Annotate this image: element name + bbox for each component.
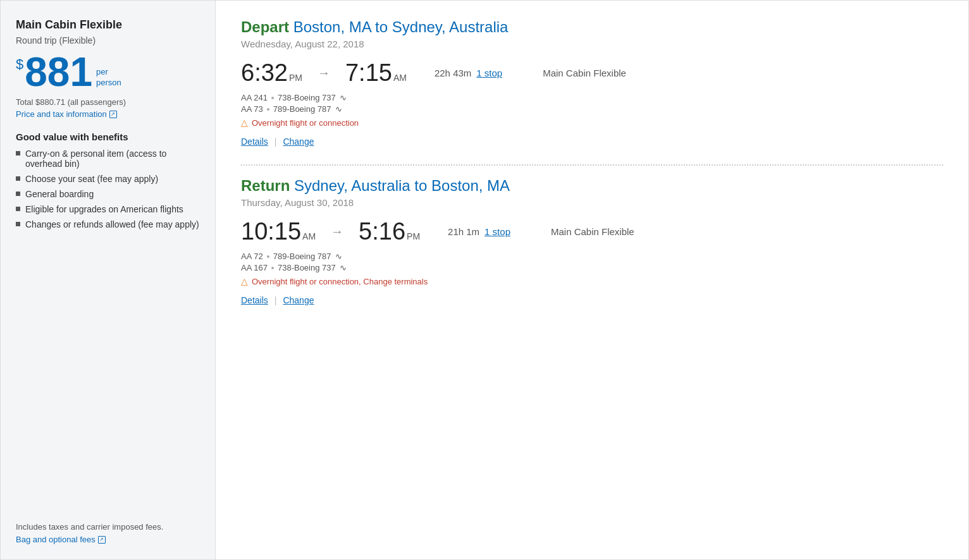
arrow-icon: → [331, 224, 343, 239]
benefits-list: Carry-on & personal item (access to over… [16, 149, 200, 234]
return-time-depart: 10:15AM [241, 218, 316, 245]
depart-change-link[interactable]: Change [283, 137, 314, 147]
price-per-person: perperson [96, 67, 121, 88]
return-time-arrive: 5:16PM [359, 218, 420, 245]
arrow-icon: → [318, 66, 330, 80]
return-title: Return Sydney, Australia to Boston, MA [241, 177, 943, 195]
depart-direction-label: Depart [241, 18, 289, 35]
depart-cabin-label: Main Cabin Flexible [543, 68, 626, 78]
bag-fees-link[interactable]: Bag and optional fees ↗ [16, 535, 106, 544]
return-header: Return Sydney, Australia to Boston, MA T… [241, 177, 943, 208]
depart-flight2-aircraft: 789-Boeing 787 [273, 104, 331, 114]
return-cabin-label: Main Cabin Flexible [551, 226, 634, 237]
return-actions-row: Details | Change [241, 295, 943, 305]
wifi-icon: ∿ [335, 252, 342, 261]
return-flight1-code: AA 72 [241, 252, 263, 261]
depart-flight1-info: AA 241 738-Boeing 737 ∿ [241, 93, 943, 102]
dot-separator [271, 97, 274, 99]
bullet-icon [16, 176, 20, 181]
benefit-item: Carry-on & personal item (access to over… [16, 149, 200, 169]
return-section: Return Sydney, Australia to Boston, MA T… [241, 177, 943, 312]
footer-text: Includes taxes and carrier imposed fees. [16, 522, 200, 532]
warning-triangle-icon: △ [241, 118, 248, 128]
depart-flight1-aircraft: 738-Boeing 737 [278, 93, 336, 102]
price-tax-link[interactable]: Price and tax information ↗ [16, 109, 200, 119]
depart-warning-text: Overnight flight or connection [252, 118, 359, 128]
depart-title: Depart Boston, MA to Sydney, Australia [241, 18, 943, 36]
bullet-icon [16, 207, 20, 211]
total-price: Total $880.71 (all passengers) [16, 97, 200, 107]
return-flight2-aircraft: 738-Boeing 737 [278, 263, 336, 272]
return-warning-text: Overnight flight or connection, Change t… [252, 277, 428, 286]
trip-type: Round trip (Flexible) [16, 35, 200, 46]
bullet-icon [16, 151, 20, 155]
return-change-link[interactable]: Change [283, 295, 314, 305]
return-duration: 21h 1m [448, 226, 479, 237]
left-panel: Main Cabin Flexible Round trip (Flexible… [1, 1, 216, 559]
dot-separator [271, 267, 274, 269]
depart-flight1-code: AA 241 [241, 93, 268, 102]
dot-separator [267, 108, 269, 111]
return-direction-label: Return [241, 177, 290, 194]
depart-time-depart: 6:32PM [241, 59, 302, 87]
cabin-title: Main Cabin Flexible [16, 18, 200, 32]
depart-duration-info: 22h 43m 1 stop [435, 68, 502, 78]
action-separator: | [275, 295, 277, 305]
depart-flight2-info: AA 73 789-Boeing 787 ∿ [241, 104, 943, 114]
return-flight1-info: AA 72 789-Boeing 787 ∿ [241, 252, 943, 261]
return-flight1-aircraft: 789-Boeing 787 [273, 252, 331, 261]
depart-stops-link[interactable]: 1 stop [476, 68, 502, 78]
return-times-row: 10:15AM → 5:16PM 21h 1m 1 stop Main Cabi… [241, 218, 943, 245]
depart-warning-row: △ Overnight flight or connection [241, 118, 943, 128]
return-duration-info: 21h 1m 1 stop [448, 226, 510, 237]
return-details-link[interactable]: Details [241, 295, 268, 305]
depart-section: Depart Boston, MA to Sydney, Australia W… [241, 18, 943, 153]
benefit-item: Eligible for upgrades on American flight… [16, 204, 200, 214]
wifi-icon: ∿ [335, 104, 342, 114]
right-panel: Depart Boston, MA to Sydney, Australia W… [216, 1, 968, 559]
action-separator: | [275, 137, 277, 147]
external-link-icon: ↗ [98, 536, 106, 544]
depart-route: Boston, MA to Sydney, Australia [293, 18, 509, 35]
depart-times-row: 6:32PM → 7:15AM 22h 43m 1 stop Main Cabi… [241, 59, 943, 87]
benefits-title: Good value with benefits [16, 131, 200, 142]
depart-flight2-code: AA 73 [241, 104, 263, 114]
depart-details-link[interactable]: Details [241, 137, 268, 147]
return-stops-link[interactable]: 1 stop [484, 226, 510, 237]
return-flight2-code: AA 167 [241, 263, 268, 272]
footer-section: Includes taxes and carrier imposed fees.… [16, 509, 200, 544]
external-link-icon: ↗ [109, 111, 117, 118]
benefit-item: General boarding [16, 189, 200, 199]
warning-triangle-icon: △ [241, 276, 248, 286]
wifi-icon: ∿ [340, 263, 347, 272]
return-date: Thursday, August 30, 2018 [241, 197, 943, 208]
depart-time-arrive: 7:15AM [345, 59, 407, 87]
return-route: Sydney, Australia to Boston, MA [294, 177, 510, 194]
price-dollar-sign: $ [16, 57, 23, 72]
benefit-item: Choose your seat (fee may apply) [16, 174, 200, 184]
depart-header: Depart Boston, MA to Sydney, Australia W… [241, 18, 943, 49]
depart-duration: 22h 43m [435, 68, 471, 78]
return-warning-row: △ Overnight flight or connection, Change… [241, 276, 943, 286]
dot-separator [267, 255, 269, 258]
price-row: $ 881 perperson [16, 52, 200, 92]
depart-actions-row: Details | Change [241, 137, 943, 147]
bullet-icon [16, 192, 20, 196]
price-amount: 881 [25, 52, 92, 92]
bullet-icon [16, 222, 20, 226]
section-divider [241, 164, 943, 166]
benefit-item: Changes or refunds allowed (fee may appl… [16, 219, 200, 229]
wifi-icon: ∿ [340, 93, 347, 102]
depart-date: Wednesday, August 22, 2018 [241, 39, 943, 49]
return-flight2-info: AA 167 738-Boeing 737 ∿ [241, 263, 943, 272]
